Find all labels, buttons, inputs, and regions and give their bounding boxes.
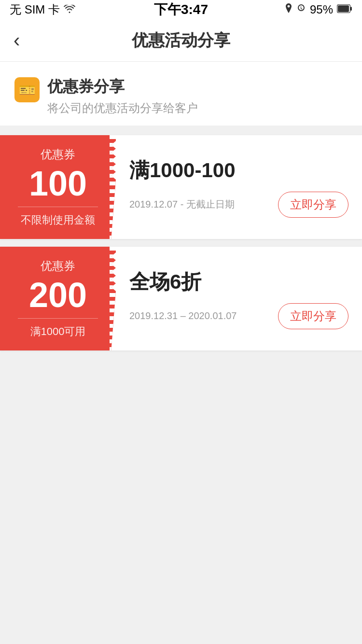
coupon-card-2: 优惠券 200 满1000可用 全场6折 2019.12.31 – 2020.0… — [0, 247, 362, 350]
section-subtitle: 将公司的优惠活动分享给客户 — [47, 100, 198, 116]
battery-icon — [337, 3, 352, 16]
coupon-date-1: 2019.12.07 - 无截止日期 — [129, 198, 272, 211]
page-title: 优惠活动分享 — [132, 29, 230, 52]
coupon-left-1: 优惠券 100 不限制使用金额 — [0, 135, 116, 239]
coupon-label-1: 优惠券 — [41, 147, 75, 162]
status-left: 无 SIM 卡 — [10, 2, 75, 17]
share-button-2[interactable]: 立即分享 — [278, 303, 348, 329]
share-button-1[interactable]: 立即分享 — [278, 192, 348, 218]
section-title: 优惠券分享 — [47, 76, 198, 98]
nav-bar: ‹ 优惠活动分享 — [0, 19, 362, 62]
status-time: 下午3:47 — [154, 0, 208, 19]
status-bar: 无 SIM 卡 下午3:47 95% — [0, 0, 362, 19]
coupon-bottom-row-2: 2019.12.31 – 2020.01.07 立即分享 — [129, 303, 348, 329]
coupon-condition-2: 满1000可用 — [30, 324, 86, 339]
location-icon — [285, 3, 292, 16]
coupon-divider-2 — [18, 318, 98, 319]
coupon-card-1: 优惠券 100 不限制使用金额 满1000-100 2019.12.07 - 无… — [0, 135, 362, 239]
status-right: 95% — [285, 3, 352, 16]
section-text-group: 优惠券分享 将公司的优惠活动分享给客户 — [47, 76, 198, 116]
alarm-icon — [296, 3, 306, 16]
coupon-left-2: 优惠券 200 满1000可用 — [0, 247, 116, 350]
svg-rect-2 — [350, 7, 352, 11]
coupon-name-2: 全场6折 — [129, 268, 348, 295]
coupon-right-2: 全场6折 2019.12.31 – 2020.01.07 立即分享 — [116, 247, 362, 350]
svg-rect-1 — [338, 5, 349, 12]
coupon-date-2: 2019.12.31 – 2020.01.07 — [129, 310, 272, 322]
coupon-amount-1: 100 — [29, 166, 87, 201]
coupon-right-1: 满1000-100 2019.12.07 - 无截止日期 立即分享 — [116, 135, 362, 239]
back-button[interactable]: ‹ — [14, 29, 20, 51]
wifi-icon — [64, 3, 75, 16]
coupon-label-2: 优惠券 — [41, 258, 75, 274]
coupon-bottom-row-1: 2019.12.07 - 无截止日期 立即分享 — [129, 192, 348, 218]
coupon-list: 优惠券 100 不限制使用金额 满1000-100 2019.12.07 - 无… — [0, 126, 362, 368]
coupon-emoji-icon: 🎫 — [19, 82, 36, 98]
coupon-condition-1: 不限制使用金额 — [21, 213, 95, 227]
carrier-label: 无 SIM 卡 — [10, 2, 60, 17]
section-icon: 🎫 — [14, 77, 40, 102]
coupon-name-1: 满1000-100 — [129, 157, 348, 184]
coupon-divider-1 — [18, 207, 98, 207]
battery-label: 95% — [310, 3, 333, 16]
section-header: 🎫 优惠券分享 将公司的优惠活动分享给客户 — [0, 62, 362, 126]
coupon-amount-2: 200 — [29, 278, 87, 312]
